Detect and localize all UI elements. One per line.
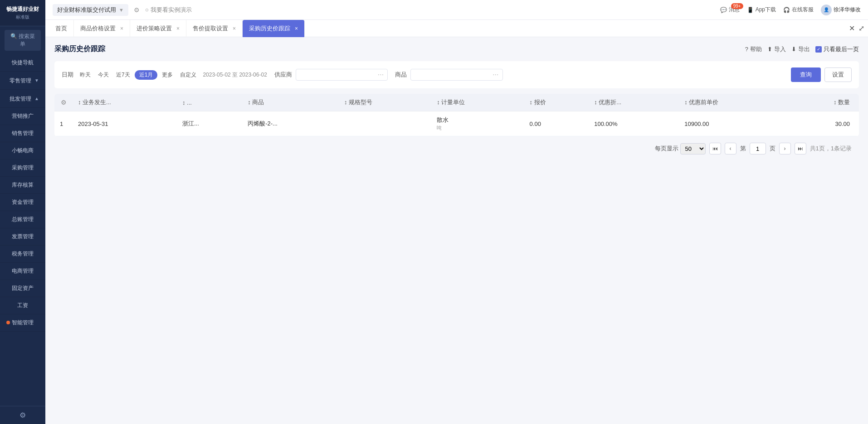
only-last-label: 只看最后一页	[824, 45, 859, 53]
date-btn-7days[interactable]: 近7天	[113, 70, 133, 80]
export-icon: ⬇	[791, 46, 796, 53]
sidebar-item-ecommerce-small[interactable]: 小畅电商	[0, 142, 45, 159]
search-menu-button[interactable]: 🔍 搜索菜单	[5, 30, 41, 51]
page-size-select[interactable]: 每页显示 10 20 50 100	[655, 143, 706, 154]
page-number-input[interactable]	[750, 143, 766, 154]
user-name: 徐泽华修改	[834, 6, 861, 14]
query-button[interactable]: 查询	[791, 67, 821, 82]
tab-sale-price-close[interactable]: ×	[233, 25, 236, 32]
export-link[interactable]: ⬇ 导出	[791, 45, 810, 53]
retail-label: 零售管理	[6, 77, 34, 85]
page-prev-button[interactable]: ‹	[725, 143, 736, 154]
table-gear-icon: ⚙	[61, 99, 67, 106]
per-page-label: 每页显示	[655, 145, 678, 153]
tab-sale-price[interactable]: 售价提取设置 ×	[186, 20, 243, 37]
tab-close-all-button[interactable]: ✕	[849, 24, 855, 33]
th-settings[interactable]: ⚙	[54, 94, 73, 111]
sidebar-item-finance[interactable]: 资金管理	[0, 194, 45, 211]
filter-actions: 查询 设置	[791, 67, 852, 82]
date-filter-group: 日期 昨天 今天 近7天 近1月 更多 自定义 2023-05-02 至 202…	[62, 70, 267, 80]
sidebar-item-wholesale[interactable]: 批发管理 ▲	[0, 90, 45, 108]
only-last-checkbox-wrap[interactable]: ✓ 只看最后一页	[815, 45, 859, 53]
tab-purchase-strategy-label: 进价策略设置	[137, 24, 172, 33]
sidebar-item-invoice[interactable]: 发票管理	[0, 228, 45, 246]
sidebar-item-tax[interactable]: 税务管理	[0, 246, 45, 263]
per-page-dropdown[interactable]: 10 20 50 100	[680, 143, 706, 154]
supplier-input-wrap[interactable]: ···	[296, 69, 388, 81]
sidebar-item-ecommerce[interactable]: 电商管理	[0, 263, 45, 280]
tab-price[interactable]: 商品价格设置 ×	[74, 20, 130, 37]
date-btn-more[interactable]: 更多	[159, 70, 176, 80]
tab-purchase-strategy-close[interactable]: ×	[176, 25, 180, 32]
help-link[interactable]: ? 帮助	[745, 45, 762, 53]
headset-icon: 🎧	[783, 7, 790, 13]
version-label: 好业财标准版交付试用	[57, 6, 116, 14]
cell-quantity: 30.00	[785, 111, 859, 136]
date-btn-yesterday[interactable]: 昨天	[77, 70, 93, 80]
tab-expand-button[interactable]: ⤢	[858, 24, 864, 33]
th-spec[interactable]: ↕ 规格型号	[339, 94, 431, 111]
th-quantity[interactable]: ↕ 数量	[785, 94, 859, 111]
sidebar-item-retail[interactable]: 零售管理 ▼	[0, 72, 45, 90]
date-btn-today[interactable]: 今天	[95, 70, 112, 80]
page-next-button[interactable]: ›	[779, 143, 791, 154]
page-first-button[interactable]: ⏮	[709, 143, 721, 154]
sidebar-item-account[interactable]: 总账管理	[0, 211, 45, 228]
app-download-label: App下载	[756, 6, 776, 14]
th-date[interactable]: ↕ 业务发生...	[73, 94, 177, 111]
settings-button[interactable]: 设置	[824, 67, 852, 82]
goods-ellipsis-icon[interactable]: ···	[493, 71, 498, 79]
date-btn-custom[interactable]: 自定义	[177, 70, 199, 80]
goods-input-wrap[interactable]: ···	[410, 69, 502, 81]
page-last-button[interactable]: ⏭	[795, 143, 806, 154]
tab-price-close[interactable]: ×	[120, 25, 123, 32]
sidebar-item-smart[interactable]: 智能管理	[0, 314, 45, 332]
page-total: 共1页，1条记录	[810, 145, 852, 153]
th-unit[interactable]: ↕ 计量单位	[431, 94, 524, 111]
th-quote[interactable]: ↕ 报价	[524, 94, 589, 111]
tab-history-price[interactable]: 采购历史价跟踪 ×	[243, 20, 305, 37]
page-content: 采购历史价跟踪 ? 帮助 ⬆ 导入 ⬇ 导出 ✓ 只看最后一页	[45, 37, 868, 424]
th-quantity-label: ↕ 数量	[834, 99, 850, 106]
demo-link[interactable]: ○ 我要看实例演示	[145, 6, 192, 14]
cell-goods: 丙烯酸-2-...	[242, 111, 339, 136]
import-label: 导入	[774, 45, 786, 53]
date-range-display: 2023-05-02 至 2023-06-02	[203, 71, 267, 79]
tab-history-price-close[interactable]: ×	[295, 25, 298, 32]
sidebar-item-inventory[interactable]: 库存核算	[0, 177, 45, 194]
sidebar-gear-button[interactable]: ⚙	[20, 411, 26, 419]
th-goods[interactable]: ↕ 商品	[242, 94, 339, 111]
sidebar-item-sales[interactable]: 销售管理	[0, 125, 45, 142]
version-selector[interactable]: 好业财标准版交付试用 ▼	[53, 4, 128, 16]
topbar-settings-icon[interactable]: ⚙	[134, 6, 140, 14]
smart-label: 智能管理	[12, 319, 34, 327]
finance-label: 资金管理	[12, 198, 34, 206]
goods-filter-group: 商品 ···	[395, 69, 502, 81]
app-download-button[interactable]: 📱 App下载	[747, 6, 776, 14]
sidebar-item-quick-nav[interactable]: 快捷导航	[0, 54, 45, 72]
tab-purchase-strategy[interactable]: 进价策略设置 ×	[130, 20, 186, 37]
cell-more: 浙江...	[177, 111, 242, 136]
sales-label: 销售管理	[12, 130, 34, 137]
sidebar-item-marketing[interactable]: 营销推广	[0, 108, 45, 125]
user-info[interactable]: 👤 徐泽华修改	[821, 5, 861, 15]
supplier-input[interactable]	[300, 72, 376, 78]
import-link[interactable]: ⬆ 导入	[767, 45, 786, 53]
online-service-button[interactable]: 🎧 在线客服	[783, 6, 814, 14]
goods-input[interactable]	[414, 72, 491, 78]
only-last-checkbox[interactable]: ✓	[815, 46, 822, 53]
cell-no: 1	[54, 111, 73, 136]
sidebar-logo: 畅捷通好业财 标准版	[0, 0, 45, 26]
tab-home[interactable]: 首页	[49, 20, 74, 37]
supplier-ellipsis-icon[interactable]: ···	[378, 71, 384, 79]
sidebar-search-area[interactable]: 🔍 搜索菜单	[0, 26, 45, 54]
messages-button[interactable]: 💬 消息 99+	[720, 6, 740, 14]
th-discount[interactable]: ↕ 优惠折...	[589, 94, 679, 111]
sidebar-item-fixed-assets[interactable]: 固定资产	[0, 280, 45, 297]
th-more[interactable]: ↕ ...	[177, 94, 242, 111]
th-price-before[interactable]: ↕ 优惠前单价	[679, 94, 785, 111]
table-row: 1 2023-05-31 浙江... 丙烯酸-2-... 散水吨 0.00 10…	[54, 111, 859, 136]
sidebar-item-salary[interactable]: 工资	[0, 297, 45, 314]
date-btn-1month[interactable]: 近1月	[135, 70, 158, 80]
sidebar-item-purchase[interactable]: 采购管理	[0, 159, 45, 177]
